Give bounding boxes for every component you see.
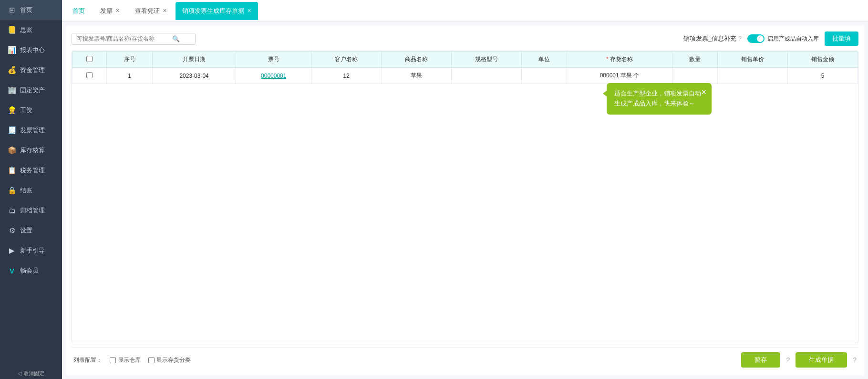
- sidebar-item-guide[interactable]: ▶ 新手引导: [0, 241, 62, 261]
- guide-icon: ▶: [8, 246, 16, 255]
- home-icon: ⊞: [8, 6, 16, 14]
- footer-left: 列表配置： 显示仓库 显示存货分类: [73, 356, 191, 364]
- info-help-icon[interactable]: ?: [738, 35, 742, 42]
- show-warehouse-label[interactable]: 显示仓库: [110, 356, 141, 364]
- closing-icon: 🔒: [8, 186, 16, 195]
- table-header-row: 序号 开票日期 票号 客户名称 商品名称 规格型号 单位 * 存货名称 数量 销…: [72, 52, 858, 68]
- col-amount: 销售金额: [788, 52, 858, 68]
- sidebar-item-assets[interactable]: 🏢 固定资产: [0, 80, 62, 100]
- info-label-text: 销项发票_信息补充: [683, 34, 736, 43]
- tooltip-popup: ✕ 适合生产型企业，销项发票自动生成产成品入库，快来体验～: [607, 83, 712, 115]
- inventory-icon: 📦: [8, 146, 16, 155]
- col-seq: 序号: [107, 52, 153, 68]
- sidebar-item-invoice[interactable]: 🧾 发票管理: [0, 120, 62, 140]
- row-checkbox: [72, 68, 107, 84]
- col-goods: 商品名称: [382, 52, 452, 68]
- tab-credit-invoice-close[interactable]: ✕: [247, 8, 251, 14]
- vip-icon: V: [8, 267, 16, 275]
- row-select-checkbox[interactable]: [86, 72, 93, 78]
- col-unit: 单位: [521, 52, 567, 68]
- sidebar-item-label: 税务管理: [20, 166, 45, 175]
- toggle-label: 启用产成品自动入库: [767, 35, 819, 43]
- sidebar-item-tax[interactable]: 📋 税务管理: [0, 160, 62, 180]
- footer-right: 暂存 ? 生成单据 ?: [741, 352, 857, 368]
- sidebar-item-fund[interactable]: 💰 资金管理: [0, 60, 62, 80]
- row-unit-price: [718, 68, 788, 84]
- sidebar: ⊞ 首页 📒 总账 📊 报表中心 💰 资金管理 🏢 固定资产 👷 工资 🧾 发票…: [0, 0, 62, 379]
- sidebar-item-vip[interactable]: V 畅会员: [0, 261, 62, 281]
- tab-voucher-close[interactable]: ✕: [163, 8, 167, 14]
- row-number[interactable]: 00000001: [236, 68, 311, 84]
- row-spec: [451, 68, 521, 84]
- archive-icon: 🗂: [8, 207, 16, 215]
- invoice-icon: 🧾: [8, 126, 16, 135]
- row-inventory: 000001 苹果 个: [567, 68, 672, 84]
- col-checkbox: [72, 52, 107, 68]
- sidebar-item-inventory[interactable]: 📦 库存核算: [0, 140, 62, 160]
- tab-home-label: 首页: [72, 7, 85, 15]
- save-button[interactable]: 暂存: [741, 352, 780, 368]
- sidebar-item-settings[interactable]: ⚙ 设置: [0, 221, 62, 241]
- tab-invoice[interactable]: 发票 ✕: [93, 2, 126, 20]
- tab-invoice-label: 发票: [100, 7, 113, 15]
- unpin-button[interactable]: ◁ 取消固定: [0, 368, 62, 379]
- settings-icon: ⚙: [8, 226, 16, 235]
- sidebar-item-home[interactable]: ⊞ 首页: [0, 0, 62, 20]
- sidebar-item-label: 新手引导: [20, 246, 45, 255]
- sidebar-item-label: 设置: [20, 226, 32, 235]
- tab-credit-invoice[interactable]: 销项发票生成库存单据 ✕: [176, 2, 258, 20]
- sidebar-item-label: 发票管理: [20, 126, 45, 135]
- auto-import-toggle[interactable]: [747, 34, 765, 43]
- tab-voucher[interactable]: 查看凭证 ✕: [128, 2, 174, 20]
- info-label: 销项发票_信息补充 ?: [683, 34, 742, 43]
- show-inventory-category-label[interactable]: 显示存货分类: [148, 356, 191, 364]
- generate-button[interactable]: 生成单据: [796, 352, 847, 368]
- page-content: 🔍 销项发票_信息补充 ? 启用产成品自动入库 批量填: [66, 26, 864, 375]
- tab-invoice-close[interactable]: ✕: [115, 8, 120, 14]
- sidebar-item-label: 资金管理: [20, 66, 45, 74]
- col-date: 开票日期: [152, 52, 236, 68]
- search-icon: 🔍: [172, 35, 180, 42]
- tab-home[interactable]: 首页: [66, 2, 92, 20]
- sidebar-item-reports[interactable]: 📊 报表中心: [0, 40, 62, 60]
- list-config-label: 列表配置：: [73, 356, 102, 364]
- generate-help-icon[interactable]: ?: [853, 356, 857, 364]
- sidebar-item-label: 总账: [20, 26, 32, 34]
- row-seq: 1: [107, 68, 153, 84]
- row-date: 2023-03-04: [152, 68, 236, 84]
- labor-icon: 👷: [8, 106, 16, 115]
- sidebar-item-archive[interactable]: 🗂 归档管理: [0, 200, 62, 221]
- col-unit-price: 销售单价: [718, 52, 788, 68]
- assets-icon: 🏢: [8, 86, 16, 95]
- search-box[interactable]: 🔍: [72, 33, 196, 45]
- table-row: 1 2023-03-04 00000001 12 苹果 000001 苹果 个 …: [72, 68, 858, 84]
- sidebar-item-ledger[interactable]: 📒 总账: [0, 20, 62, 40]
- col-customer: 客户名称: [311, 52, 382, 68]
- sidebar-item-label: 畅会员: [20, 266, 39, 275]
- col-qty: 数量: [672, 52, 718, 68]
- row-customer: 12: [311, 68, 382, 84]
- batch-fill-button[interactable]: 批量填: [825, 32, 858, 46]
- sidebar-item-label: 报表中心: [20, 46, 45, 54]
- show-inventory-category-checkbox[interactable]: [148, 357, 155, 363]
- sidebar-item-label: 固定资产: [20, 86, 45, 95]
- select-all-checkbox[interactable]: [86, 56, 93, 62]
- tooltip-close-button[interactable]: ✕: [701, 87, 707, 97]
- sidebar-item-labor[interactable]: 👷 工资: [0, 100, 62, 120]
- sidebar-item-label: 工资: [20, 106, 32, 115]
- search-input[interactable]: [77, 35, 172, 42]
- show-warehouse-checkbox[interactable]: [110, 357, 116, 363]
- save-help-icon[interactable]: ?: [786, 356, 790, 364]
- sidebar-item-label: 归档管理: [20, 206, 45, 215]
- row-qty: [672, 68, 718, 84]
- tooltip-text: 适合生产型企业，销项发票自动生成产成品入库，快来体验～: [614, 90, 701, 107]
- col-number: 票号: [236, 52, 311, 68]
- footer: 列表配置： 显示仓库 显示存货分类 暂存 ? 生成单据 ?: [72, 347, 858, 369]
- reports-icon: 📊: [8, 46, 16, 54]
- unpin-icon: ◁: [18, 370, 21, 377]
- unpin-label: 取消固定: [23, 370, 44, 377]
- tab-bar: 首页 发票 ✕ 查看凭证 ✕ 销项发票生成库存单据 ✕: [62, 0, 868, 22]
- row-amount: 5: [788, 68, 858, 84]
- sidebar-item-label: 结账: [20, 186, 32, 195]
- sidebar-item-closing[interactable]: 🔒 结账: [0, 180, 62, 200]
